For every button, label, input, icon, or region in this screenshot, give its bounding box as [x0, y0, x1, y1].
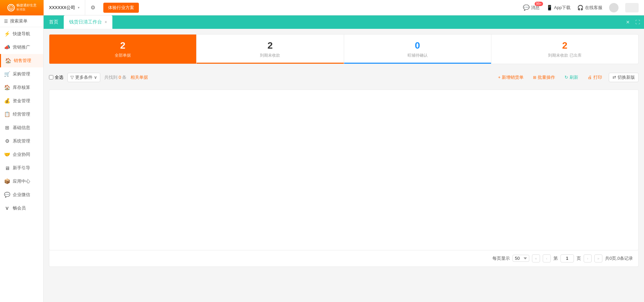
tab-bar-actions: ✕ ⛶: [625, 18, 644, 26]
download-icon: 📱: [546, 5, 553, 11]
settings-button[interactable]: ⚙: [85, 0, 101, 15]
sidebar-item-quick-nav[interactable]: ⚡ 快捷导航: [0, 27, 43, 41]
page-input[interactable]: [560, 254, 574, 262]
sidebar-item-cooperation[interactable]: 🤝 企业协同: [0, 148, 43, 161]
sidebar-item-inventory[interactable]: 🏠 库存核算: [0, 81, 43, 94]
search-icon: ☰: [4, 19, 8, 24]
user-dropdown[interactable]: [625, 3, 639, 12]
stat-card-wangwang[interactable]: 0 旺辅待确认: [344, 35, 491, 64]
print-label: 打印: [593, 74, 602, 80]
message-badge: 99+: [535, 2, 543, 6]
select-all-checkbox[interactable]: 全选: [49, 74, 63, 80]
stat-card-overdue[interactable]: 2 到期未收款: [197, 35, 344, 64]
switch-icon: ⇄: [612, 75, 616, 80]
warehouse-icon: 🏠: [4, 84, 10, 90]
stat-card-all[interactable]: 2 全部单据: [49, 35, 197, 64]
sidebar-item-finance[interactable]: 💰 资金管理: [0, 94, 43, 108]
sidebar-item-wechat[interactable]: 💬 企业微信: [0, 188, 43, 201]
sidebar-item-app-center[interactable]: 📦 应用中心: [0, 175, 43, 188]
online-service-label: 在线客服: [585, 5, 602, 11]
sidebar-item-system[interactable]: ⚙ 系统管理: [0, 134, 43, 148]
company-name: XXXXXX公司: [49, 5, 75, 11]
box-icon: 📦: [4, 178, 10, 184]
new-order-button[interactable]: + 新增销货单: [495, 73, 526, 82]
sidebar-label-operation: 经营管理: [13, 111, 30, 117]
brand-sub: 标准版: [16, 7, 37, 12]
batch-icon: ⊞: [533, 75, 536, 80]
toolbar: 全选 ▽ 更多条件 ∨ 共找到 0 条 相关单据 + 新增销货单 ⊞ 批量操作: [49, 69, 639, 85]
sidebar-label-guide: 新手引导: [13, 165, 30, 171]
found-unit: 条: [122, 75, 126, 80]
page-label: 第: [553, 255, 558, 261]
main-content: 2 全部单据 2 到期未收款 0 旺辅待确认 2 到期未收款 已出库 全选: [44, 29, 644, 302]
table-area: [49, 89, 639, 250]
related-link[interactable]: 相关单据: [130, 74, 148, 80]
select-all-input[interactable]: [49, 75, 53, 79]
last-page-button[interactable]: »: [594, 254, 602, 262]
stat-number-no-ship: 2: [498, 40, 632, 51]
tab-maximize-icon[interactable]: ⛶: [634, 18, 641, 26]
sidebar-item-guide[interactable]: 🖥 新手引导: [0, 161, 43, 175]
message-button[interactable]: 💬 消息 99+: [523, 4, 540, 11]
grid-icon: ⊞: [4, 125, 10, 131]
sidebar-item-purchase[interactable]: 🛒 采购管理: [0, 67, 43, 81]
shop-icon: 🏠: [5, 58, 11, 64]
tab-active-label: 钱货日清工作台: [69, 19, 102, 25]
sidebar-item-basic-info[interactable]: ⊞ 基础信息: [0, 121, 43, 134]
sidebar-item-marketing[interactable]: 📣 营销推广: [0, 41, 43, 54]
header-right: 💬 消息 99+ 📱 App下载 🎧 在线客服: [523, 3, 639, 12]
refresh-button[interactable]: ↻ 刷新: [562, 73, 581, 82]
tab-minimize-icon[interactable]: ✕: [625, 18, 631, 26]
app-download-button[interactable]: 📱 App下载: [546, 5, 571, 11]
chevron-down-icon: ▾: [78, 6, 79, 9]
sidebar: ☰ 搜索菜单 ⚡ 快捷导航 📣 营销推广 🏠 销售管理 🛒 采购管理 🏠 库存核…: [0, 0, 44, 302]
try-industry-button[interactable]: 体验行业方案: [103, 3, 139, 13]
sidebar-label-marketing: 营销推广: [13, 44, 30, 50]
sidebar-label-inventory: 库存核算: [13, 84, 30, 90]
tab-close-icon[interactable]: ×: [105, 20, 107, 24]
tab-home[interactable]: 首页: [44, 15, 64, 29]
money-icon: 💰: [4, 98, 10, 104]
company-selector[interactable]: XXXXXX公司 ▾: [44, 0, 85, 15]
stat-label-no-ship: 到期未收款 已出库: [498, 53, 632, 58]
sidebar-item-sales[interactable]: 🏠 销售管理: [0, 54, 43, 67]
chat-icon: 💬: [4, 192, 10, 198]
first-page-button[interactable]: «: [532, 254, 540, 262]
found-text: 共找到 0 条: [104, 74, 126, 80]
print-button[interactable]: 🖨 打印: [585, 73, 605, 82]
sidebar-label-sales: 销售管理: [14, 58, 31, 64]
filter-label: 更多条件: [75, 74, 93, 80]
per-page-label: 每页显示: [492, 255, 510, 261]
tab-active[interactable]: 钱货日清工作台 ×: [64, 15, 112, 29]
lightning-icon: ⚡: [4, 31, 10, 37]
print-icon: 🖨: [588, 75, 592, 80]
filter-button[interactable]: ▽ 更多条件 ∨: [67, 73, 100, 82]
brand-name: 畅捷通好生意: [16, 3, 37, 7]
user-avatar[interactable]: [609, 3, 619, 12]
sidebar-item-member[interactable]: V 畅会员: [0, 201, 43, 215]
search-menu-item[interactable]: ☰ 搜索菜单: [0, 15, 43, 27]
brand-logo: 6 畅捷通好生意 标准版: [0, 0, 44, 15]
sidebar-label-member: 畅会员: [13, 205, 26, 211]
message-icon: 💬: [523, 4, 530, 11]
stat-card-no-ship[interactable]: 2 到期未收款 已出库: [491, 35, 638, 64]
sidebar-label-cooperation: 企业协同: [13, 152, 30, 158]
sidebar-label-wechat: 企业微信: [13, 192, 30, 198]
prev-page-button[interactable]: ‹: [543, 254, 551, 262]
switch-version-button[interactable]: ⇄ 切换新版: [609, 73, 639, 82]
sidebar-label-system: 系统管理: [13, 138, 30, 144]
switch-label: 切换新版: [618, 74, 635, 80]
clipboard-icon: 📋: [4, 111, 10, 117]
computer-icon: 🖥: [4, 165, 10, 171]
found-prefix: 共找到: [104, 75, 117, 80]
per-page-select[interactable]: 50 20 100: [513, 255, 529, 262]
sidebar-item-operation[interactable]: 📋 经营管理: [0, 108, 43, 121]
next-page-button[interactable]: ›: [584, 254, 592, 262]
brand-text-block: 畅捷通好生意 标准版: [16, 3, 37, 12]
svg-text:6: 6: [10, 7, 12, 10]
stats-row: 2 全部单据 2 到期未收款 0 旺辅待确认 2 到期未收款 已出库: [49, 34, 639, 64]
batch-button[interactable]: ⊞ 批量操作: [530, 73, 558, 82]
online-service-button[interactable]: 🎧 在线客服: [577, 5, 602, 11]
header-left: 6 畅捷通好生意 标准版 XXXXXX公司 ▾ ⚙ 体验行业方案: [0, 0, 139, 15]
stat-number-overdue: 2: [203, 40, 337, 51]
